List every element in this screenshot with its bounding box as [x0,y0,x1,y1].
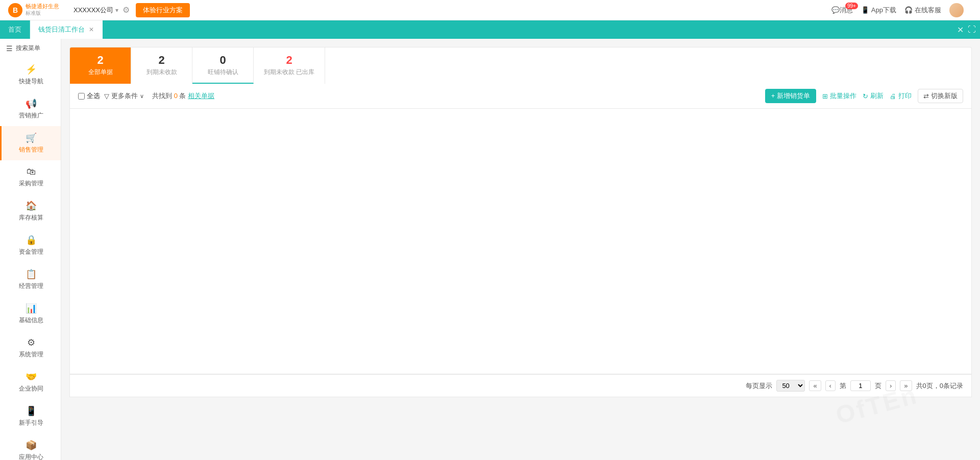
sidebar-item-label: 营销推广 [19,111,43,120]
sidebar-item-label: 系统管理 [19,350,43,359]
app-download-btn[interactable]: 📱 App下载 [861,6,896,15]
current-page-input[interactable] [850,380,871,391]
sidebar-item-marketing[interactable]: 📢 营销推广 [0,92,61,126]
filter-label: 更多条件 [111,91,138,101]
sidebar-item-inventory[interactable]: 🏠 库存核算 [0,194,61,228]
sidebar-item-system[interactable]: ⚙ 系统管理 [0,331,61,365]
switch-version-btn[interactable]: ⇄ 切换新版 [918,89,963,103]
tab-workbench-label: 钱货日清工作台 [38,25,85,34]
system-icon: ⚙ [27,337,35,348]
stat-label-overdue: 到期未收款 [141,68,182,77]
batch-label: 批量操作 [830,91,856,101]
inventory-icon: 🏠 [26,200,37,211]
avatar[interactable] [949,3,964,17]
sidebar-item-label: 基础信息 [19,316,43,325]
sidebar-item-operation[interactable]: 📋 经营管理 [0,262,61,297]
purchase-icon: 🛍 [27,166,36,177]
sidebar-item-base-info[interactable]: 📊 基础信息 [0,297,61,331]
stat-tab-pending[interactable]: 0 旺铺待确认 [192,47,254,84]
company-selector[interactable]: XXXXXX公司 ▾ [74,6,118,15]
marketing-icon: 📢 [26,98,37,109]
guide-icon: 📱 [26,405,37,417]
sidebar-item-label: 新手引导 [19,419,43,427]
select-all-check[interactable]: 全选 [78,91,100,101]
stat-tab-overdue-shipped[interactable]: 2 到期未收款 已出库 [254,47,325,84]
tab-expand-icon[interactable]: ⛶ [968,25,976,34]
pagination: 每页显示 20 50 100 « ‹ 第 页 › » 共0页，0条记录 [69,374,972,397]
logo-icon: B [8,3,22,17]
refresh-label: 刷新 [870,91,884,101]
stat-num-pending: 0 [203,54,243,67]
print-icon: 🖨 [890,92,896,100]
page-label: 第 [840,381,846,391]
sidebar-item-sales[interactable]: 🛒 销售管理 [0,126,61,160]
filter-icon: ▽ [104,92,109,100]
stat-num-overdue: 2 [141,54,182,67]
sidebar-item-purchase[interactable]: 🛍 采购管理 [0,160,61,194]
app-label: App下载 [871,6,896,15]
sidebar-item-app-center[interactable]: 📦 应用中心 [0,433,61,460]
first-page-btn[interactable]: « [809,380,821,391]
filter-arrow-icon: ∨ [140,93,144,100]
stat-num-all: 2 [80,54,120,67]
tab-close-icon[interactable]: ✕ [89,26,94,33]
batch-btn[interactable]: ⊞ 批量操作 [822,91,856,101]
add-sale-btn[interactable]: + 新增销货单 [765,89,816,103]
stat-tab-all[interactable]: 2 全部单据 [70,47,131,84]
search-menu-icon: ☰ [6,44,13,53]
finance-icon: 🔒 [26,234,37,246]
print-btn[interactable]: 🖨 打印 [890,91,912,101]
toolbar-right: + 新增销货单 ⊞ 批量操作 ↻ 刷新 🖨 打印 ⇄ [765,89,963,103]
company-dropdown-arrow: ▾ [115,7,118,14]
stat-tabs: 2 全部单据 2 到期未收款 0 旺铺待确认 2 到期未收款 已出库 [69,47,972,84]
sidebar-item-label: 快捷导航 [19,77,43,86]
filter-btn[interactable]: ▽ 更多条件 ∨ [104,91,144,101]
stat-label-pending: 旺铺待确认 [203,68,243,77]
tab-close-all-icon[interactable]: ✕ [957,25,964,35]
select-all-label: 全选 [87,91,100,101]
app-icon: 📱 [861,6,869,14]
prev-page-btn[interactable]: ‹ [825,380,836,391]
tab-workbench[interactable]: 钱货日清工作台 ✕ [30,20,103,39]
layout: ☰ 搜索菜单 ⚡ 快捷导航 📢 营销推广 🛒 销售管理 🛍 采购管理 🏠 库存核… [0,39,980,460]
logo: B 畅捷通好生意 标准版 [8,3,69,17]
base-info-icon: 📊 [26,303,37,314]
quick-nav-icon: ⚡ [26,64,37,75]
switch-label: 切换新版 [931,91,958,101]
table-area [69,109,972,374]
count-prefix: 共找到 [152,92,172,100]
sidebar-item-label: 经营管理 [19,282,43,290]
last-page-btn[interactable]: » [900,380,912,391]
stat-tab-overdue[interactable]: 2 到期未收款 [131,47,192,84]
sidebar-item-finance[interactable]: 🔒 资金管理 [0,228,61,262]
message-badge: 99+ [845,3,858,9]
experience-btn[interactable]: 体验行业方案 [136,3,190,17]
online-service-btn[interactable]: 🎧 在线客服 [904,6,941,15]
sidebar-item-guide[interactable]: 📱 新手引导 [0,399,61,433]
tab-home[interactable]: 首页 [0,20,30,39]
logo-sub: 标准版 [26,10,59,17]
topbar-right: 💬 消息 99+ 📱 App下载 🎧 在线客服 [831,3,972,17]
message-icon: 💬 [831,6,840,14]
message-btn[interactable]: 💬 消息 99+ [831,6,853,15]
toolbar: 全选 ▽ 更多条件 ∨ 共找到 0 条 相关单据 + 新增销货单 ⊞ [69,84,972,109]
refresh-btn[interactable]: ↻ 刷新 [863,91,884,101]
sidebar-search[interactable]: ☰ 搜索菜单 [0,39,61,58]
sidebar-item-quick-nav[interactable]: ⚡ 快捷导航 [0,58,61,92]
switch-icon: ⇄ [923,92,929,100]
select-all-checkbox[interactable] [78,93,85,100]
total-record: 共0页，0条记录 [916,381,963,391]
refresh-icon: ↻ [863,92,868,100]
service-icon: 🎧 [904,6,913,14]
next-page-btn[interactable]: › [886,380,896,391]
sidebar-item-cooperation[interactable]: 🤝 企业协同 [0,365,61,399]
page-suffix: 页 [875,381,881,391]
settings-icon[interactable]: ⚙ [122,5,130,15]
per-page-select[interactable]: 20 50 100 [776,380,805,392]
count-value: 0 [174,92,178,100]
app-center-icon: 📦 [26,440,37,451]
cooperation-icon: 🤝 [26,371,37,382]
per-page-label: 每页显示 [746,381,772,391]
topbar: B 畅捷通好生意 标准版 XXXXXX公司 ▾ ⚙ 体验行业方案 💬 消息 99… [0,0,980,20]
related-link[interactable]: 相关单据 [188,92,214,100]
